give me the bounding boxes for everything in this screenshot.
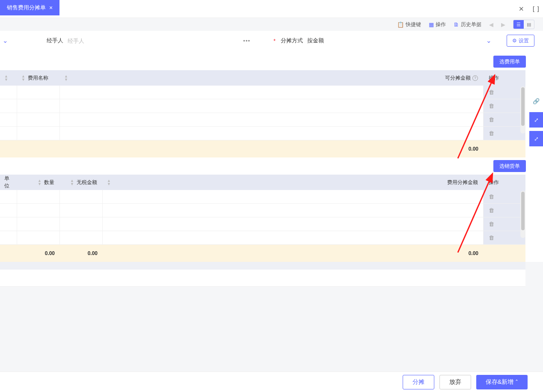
close-icon[interactable]: ✕ <box>519 5 524 13</box>
sales-total-row: 0.00 0.00 0.00 <box>0 245 525 262</box>
required-mark: * <box>273 38 276 44</box>
trash-icon[interactable]: 🗑 <box>489 116 494 123</box>
total-qty: 0.00 <box>45 250 55 256</box>
chevron-up-icon: ˄ <box>515 379 518 386</box>
total-feealloc: 0.00 <box>469 250 478 256</box>
trash-icon[interactable]: 🗑 <box>489 130 494 137</box>
allocate-button[interactable]: 分摊 <box>403 375 434 389</box>
active-tab[interactable]: 销售费用分摊单 × <box>0 0 59 15</box>
shortcut-button[interactable]: 📋 快捷键 <box>397 21 421 28</box>
method-field[interactable]: * 分摊方式 按金额 <box>273 37 534 45</box>
save-and-new-button[interactable]: 保存&新增 ˄ <box>476 375 528 389</box>
handler-input[interactable] <box>68 38 139 44</box>
save-new-label: 保存&新增 <box>486 378 513 386</box>
operate-button[interactable]: ▦ 操作 <box>429 21 446 28</box>
total-alloc: 0.00 <box>469 146 478 152</box>
sort-icon[interactable]: ▲▼ <box>21 74 25 81</box>
history-label: 历史单据 <box>461 21 481 28</box>
sales-grid-body: 🗑 🗑 🗑 🗑 0.00 0.00 0.00 <box>0 190 525 262</box>
sort-icon[interactable]: ▲▼ <box>4 74 8 81</box>
help-icon[interactable]: ? <box>472 75 478 81</box>
table-row: 🗑 <box>0 231 525 245</box>
expand-out-icon[interactable]: ⤢ <box>529 112 543 128</box>
handler-field[interactable]: 经手人 ••• <box>47 37 256 45</box>
fullscreen-icon[interactable]: [ ] <box>532 6 539 12</box>
total-notax: 0.00 <box>88 250 98 256</box>
scroll-thumb[interactable] <box>521 192 525 230</box>
clipboard-icon: 📋 <box>397 21 404 28</box>
fee-grid-body: 🗑 🗑 🗑 🗑 0.00 <box>0 86 525 157</box>
sort-icon[interactable]: ▲▼ <box>38 179 42 186</box>
trash-icon[interactable]: 🗑 <box>489 193 494 200</box>
fee-section: 选费用单 ▲▼ ▲▼费用名称 ▲▼ 可分摊金额? 操作 🗑 🗑 🗑 🗑 0.00 <box>0 53 543 157</box>
sort-icon[interactable]: ▲▼ <box>107 179 111 186</box>
footer: 分摊 放弃 保存&新增 ˄ <box>0 371 543 392</box>
tab-title: 销售费用分摊单 <box>7 0 46 15</box>
chevron-down-icon[interactable]: ⌄ <box>486 37 492 45</box>
form-row: ⌄ 经手人 ••• * 分摊方式 按金额 ⌄ ⚙ 设置 <box>0 31 543 53</box>
tab-bar: 销售费用分摊单 × ✕ [ ] <box>0 0 543 18</box>
tab-close-icon[interactable]: × <box>49 0 53 15</box>
trash-icon[interactable]: 🗑 <box>489 221 494 227</box>
expand-in-icon[interactable]: ⤢ <box>529 131 543 146</box>
history-button[interactable]: 🗎 历史单据 <box>454 21 481 28</box>
grid-icon: ▦ <box>429 21 434 28</box>
trash-icon[interactable]: 🗑 <box>489 207 494 214</box>
trash-icon[interactable]: 🗑 <box>489 235 494 241</box>
memo-area <box>0 270 525 287</box>
trash-icon[interactable]: 🗑 <box>489 89 494 95</box>
operate-label: 操作 <box>436 21 446 28</box>
table-row: 🗑 <box>0 190 525 204</box>
sales-section: 选销货单 单位 ▲▼数量 ▲▼无税金额 ▲▼ 费用分摊金额 操作 🗑 🗑 🗑 🗑… <box>0 157 543 262</box>
select-fee-button[interactable]: 选费用单 <box>493 56 526 68</box>
settings-label: 设置 <box>519 37 529 45</box>
doc-icon: 🗎 <box>454 21 459 28</box>
fee-grid: ▲▼ ▲▼费用名称 ▲▼ 可分摊金额? 操作 🗑 🗑 🗑 🗑 0.00 <box>0 70 525 157</box>
attachment-icon[interactable]: 🔗 <box>529 93 543 109</box>
view-list-icon[interactable]: ☰ <box>513 20 524 29</box>
toolbar: 📋 快捷键 ▦ 操作 🗎 历史单据 ◀ ▶ ☰ ▤ <box>0 18 543 31</box>
col-fee-alloc: 费用分摊金额 <box>447 179 478 186</box>
col-qty: 数量 <box>44 179 54 186</box>
scroll-thumb[interactable] <box>521 87 525 126</box>
table-row: 🗑 <box>0 217 525 231</box>
col-fee-name: 费用名称 <box>28 74 48 82</box>
divider <box>0 262 525 270</box>
select-sales-button[interactable]: 选销货单 <box>493 160 526 172</box>
sort-icon[interactable]: ▲▼ <box>70 179 74 186</box>
sales-grid-header: 单位 ▲▼数量 ▲▼无税金额 ▲▼ 费用分摊金额 操作 <box>0 175 525 190</box>
sales-grid: 单位 ▲▼数量 ▲▼无税金额 ▲▼ 费用分摊金额 操作 🗑 🗑 🗑 🗑 0.00… <box>0 175 525 262</box>
chevron-down-icon[interactable]: ⌄ <box>0 37 12 45</box>
scrollbar[interactable] <box>520 191 525 238</box>
scrollbar[interactable] <box>520 86 525 134</box>
col-ops: 操作 <box>484 175 525 190</box>
fee-total-row: 0.00 <box>0 140 525 157</box>
next-icon[interactable]: ▶ <box>501 21 505 28</box>
col-alloc-amount: 可分摊金额 <box>445 74 471 82</box>
side-rail: 🔗 ⤢ ⤢ <box>529 26 543 146</box>
gear-icon: ⚙ <box>512 38 517 44</box>
method-label: 分摊方式 <box>281 37 303 45</box>
table-row: 🗑 <box>0 86 525 99</box>
col-notax: 无税金额 <box>77 179 97 186</box>
handler-label: 经手人 <box>47 37 63 45</box>
table-row: 🗑 <box>0 99 525 113</box>
col-unit: 单位 <box>4 175 12 190</box>
method-value: 按金额 <box>307 37 341 45</box>
trash-icon[interactable]: 🗑 <box>489 103 494 109</box>
shortcut-label: 快捷键 <box>406 21 421 28</box>
prev-icon[interactable]: ◀ <box>489 21 493 28</box>
table-row: 🗑 <box>0 113 525 127</box>
more-icon[interactable]: ••• <box>243 38 250 44</box>
discard-button[interactable]: 放弃 <box>439 375 471 389</box>
col-ops: 操作 <box>484 70 525 86</box>
table-row: 🗑 <box>0 127 525 140</box>
sort-icon[interactable]: ▲▼ <box>64 74 68 81</box>
table-row: 🗑 <box>0 204 525 217</box>
fee-grid-header: ▲▼ ▲▼费用名称 ▲▼ 可分摊金额? 操作 <box>0 70 525 86</box>
